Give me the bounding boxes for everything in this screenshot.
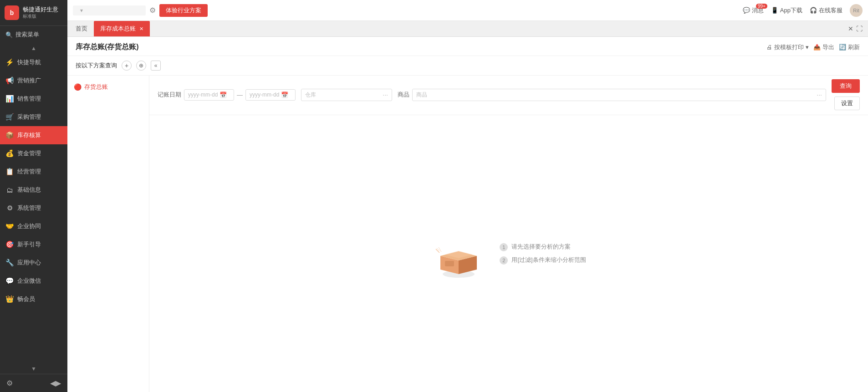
- filter-actions: 查询 设置: [832, 79, 860, 110]
- marketing-icon: 📢: [5, 76, 14, 85]
- sidebar-item-basic[interactable]: 🗂 基础信息: [0, 181, 67, 199]
- trial-industry-button[interactable]: 体验行业方案: [159, 4, 208, 17]
- empty-tip-2: 2 用[过滤]条件来缩小分析范围: [500, 256, 586, 265]
- sidebar-item-inventory[interactable]: 📦 库存核算: [0, 126, 67, 144]
- date-filter-group: 记账日期 yyyy-mm-dd 📅 — yyyy-mm-dd 📅: [158, 89, 296, 101]
- sidebar-item-finance[interactable]: 💰 资金管理: [0, 144, 67, 163]
- sidebar-scroll-down[interactable]: ▼: [0, 364, 67, 374]
- setting-button[interactable]: 设置: [834, 97, 860, 110]
- filter-collapse-button[interactable]: «: [151, 61, 161, 71]
- settings-icon[interactable]: ⚙: [6, 379, 13, 387]
- headset-icon: 🎧: [810, 7, 817, 14]
- apps-icon: 🔧: [5, 259, 14, 267]
- sidebar-item-apps[interactable]: 🔧 应用中心: [0, 254, 67, 272]
- user-avatar-area[interactable]: Rit: [850, 4, 863, 17]
- page-title: 库存总账(存货总账): [76, 42, 139, 52]
- sidebar-item-operation[interactable]: 📋 经营管理: [0, 163, 67, 181]
- inventory-icon: 📦: [5, 131, 14, 139]
- sidebar-item-member[interactable]: 👑 畅会员: [0, 290, 67, 308]
- filter-remove-button[interactable]: ⊕: [136, 61, 146, 71]
- logo-text: 畅捷通好生意 标准版: [23, 6, 58, 20]
- tab-home[interactable]: 首页: [69, 21, 94, 36]
- logo-icon: b: [5, 5, 19, 20]
- system-icon: ⚙: [5, 204, 14, 212]
- sidebar-scroll-up[interactable]: ▲: [0, 43, 67, 53]
- filter-add-button[interactable]: +: [122, 61, 132, 71]
- sidebar-logo: b 畅捷通好生意 标准版: [0, 0, 67, 26]
- purchase-icon: 🛒: [5, 113, 14, 121]
- goods-label: 商品: [398, 91, 409, 99]
- cooperation-icon: 🤝: [5, 222, 14, 230]
- date-end-input[interactable]: yyyy-mm-dd 📅: [245, 89, 296, 101]
- filter-bar: 按以下方案查询 + ⊕ «: [67, 56, 868, 76]
- topbar: ▾ ⚙ 体验行业方案 💬 消息 99+ 📱 App下载 🎧 在线客服 Rit: [67, 0, 868, 21]
- empty-illustration: [431, 226, 486, 281]
- goods-more-icon[interactable]: ···: [817, 91, 822, 98]
- sidebar-item-quick-nav[interactable]: ⚡ 快捷导航: [0, 53, 67, 71]
- sidebar: b 畅捷通好生意 标准版 🔍 搜索菜单 ▲ ⚡ 快捷导航 📢 营销推广 📊 销售…: [0, 0, 67, 392]
- refresh-button[interactable]: 🔄 刷新: [839, 43, 860, 51]
- scheme-item-icon: 🔴: [74, 83, 82, 91]
- page-content: 库存总账(存货总账) 🖨 按模板打印 ▾ 📤 导出 🔄 刷新 按以下方案查: [67, 37, 868, 392]
- phone-icon: 📱: [771, 7, 778, 14]
- goods-input[interactable]: 商品 ···: [412, 89, 826, 101]
- svg-rect-5: [445, 261, 454, 266]
- sidebar-item-sales[interactable]: 📊 销售管理: [0, 90, 67, 108]
- calendar-end-icon[interactable]: 📅: [281, 92, 288, 98]
- svg-line-8: [439, 247, 441, 252]
- search-menu-item[interactable]: 🔍 搜索菜单: [0, 26, 67, 43]
- operation-icon: 📋: [5, 168, 14, 176]
- query-button[interactable]: 查询: [832, 79, 860, 93]
- print-icon: 🖨: [766, 44, 772, 51]
- sidebar-item-purchase[interactable]: 🛒 采购管理: [0, 108, 67, 126]
- topbar-search-area[interactable]: ▾: [73, 5, 146, 15]
- warehouse-more-icon[interactable]: ···: [383, 91, 388, 98]
- sales-icon: 📊: [5, 95, 14, 103]
- sidebar-item-guide[interactable]: 🎯 新手引导: [0, 235, 67, 254]
- scheme-item-stock-ledger[interactable]: 🔴 存货总账: [67, 79, 149, 95]
- calendar-start-icon[interactable]: 📅: [220, 92, 227, 98]
- tab-inventory-cost[interactable]: 库存成本总账 ✕: [94, 21, 150, 36]
- warehouse-input[interactable]: 仓库 ···: [301, 89, 392, 101]
- page-header: 库存总账(存货总账) 🖨 按模板打印 ▾ 📤 导出 🔄 刷新: [67, 37, 868, 56]
- member-icon: 👑: [5, 295, 14, 303]
- guide-icon: 🎯: [5, 240, 14, 249]
- online-support-button[interactable]: 🎧 在线客服: [810, 6, 842, 15]
- export-icon: 📤: [813, 44, 821, 51]
- tab-close-panel-icon[interactable]: ✕: [848, 25, 853, 32]
- date-start-input[interactable]: yyyy-mm-dd 📅: [184, 89, 234, 101]
- quick-nav-icon: ⚡: [5, 58, 14, 66]
- date-label: 记账日期: [158, 91, 181, 99]
- sidebar-item-cooperation[interactable]: 🤝 企业协同: [0, 217, 67, 235]
- search-icon: 🔍: [5, 31, 13, 38]
- sidebar-footer: ⚙ ◀▶: [0, 374, 67, 392]
- content-area: 🔴 存货总账 记账日期 yyyy-mm-dd 📅 —: [67, 76, 868, 392]
- tab-close-icon[interactable]: ✕: [139, 26, 143, 32]
- date-separator: —: [237, 92, 243, 98]
- message-icon: 💬: [743, 7, 750, 14]
- sidebar-item-wechat[interactable]: 💬 企业微信: [0, 272, 67, 290]
- main-area: ▾ ⚙ 体验行业方案 💬 消息 99+ 📱 App下载 🎧 在线客服 Rit: [67, 0, 868, 392]
- topbar-right: 💬 消息 99+ 📱 App下载 🎧 在线客服 Rit: [743, 4, 863, 17]
- messages-button[interactable]: 💬 消息 99+: [743, 6, 764, 15]
- collapse-sidebar-icon[interactable]: ◀▶: [50, 379, 61, 387]
- refresh-icon: 🔄: [839, 44, 846, 51]
- finance-icon: 💰: [5, 149, 14, 158]
- print-dropdown-icon[interactable]: ▾: [806, 44, 809, 51]
- tabbar: 首页 库存成本总账 ✕ ✕ ⛶: [67, 21, 868, 37]
- print-button[interactable]: 🖨 按模板打印 ▾: [766, 43, 809, 51]
- filter-label: 按以下方案查询: [76, 61, 117, 70]
- svg-line-6: [436, 249, 439, 253]
- topbar-dropdown-icon[interactable]: ▾: [80, 7, 83, 14]
- settings-gear-icon[interactable]: ⚙: [149, 6, 156, 15]
- sidebar-item-marketing[interactable]: 📢 营销推广: [0, 71, 67, 90]
- basic-icon: 🗂: [5, 186, 14, 194]
- app-download-button[interactable]: 📱 App下载: [771, 6, 802, 15]
- filter-row: 记账日期 yyyy-mm-dd 📅 — yyyy-mm-dd 📅: [149, 76, 868, 115]
- warehouse-filter-group: 仓库 ···: [301, 89, 392, 101]
- tab-expand-icon[interactable]: ⛶: [856, 25, 863, 32]
- empty-tip-1: 1 请先选择要分析的方案: [500, 243, 586, 251]
- export-button[interactable]: 📤 导出: [813, 43, 834, 51]
- sidebar-item-system[interactable]: ⚙ 系统管理: [0, 199, 67, 217]
- goods-filter-group: 商品 商品 ···: [398, 89, 826, 101]
